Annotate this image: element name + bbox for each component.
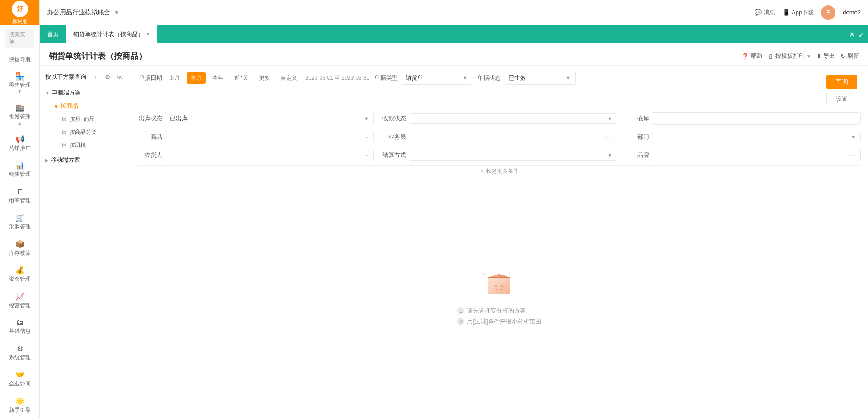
sidebar-item-marketing[interactable]: 📢 营销推广 <box>0 130 39 157</box>
empty-illustration: ✦ ✦ ✦ <box>476 265 522 301</box>
avatar-text: E <box>826 9 830 16</box>
more-btn[interactable]: 更多 <box>255 72 274 84</box>
salesperson-select[interactable]: ··· <box>409 131 618 143</box>
scheme-subitem-month-product[interactable]: 目 按月+商品 <box>40 113 130 126</box>
brand-label: 品牌 <box>624 151 649 159</box>
page-title: 销货单统计计表（按商品） <box>49 51 146 62</box>
salesperson-cell: 业务员 ··· <box>381 131 618 143</box>
message-label: 消息 <box>764 9 775 17</box>
home-tab-label: 首页 <box>47 30 59 38</box>
this-year-btn[interactable]: 本年 <box>208 72 227 84</box>
export-btn[interactable]: ⬇ 导出 <box>816 52 835 60</box>
sidebar-item-operations[interactable]: 📈 经营管理 <box>0 288 39 314</box>
sidebar-item-sales[interactable]: 📊 销售管理 <box>0 157 39 183</box>
quick-nav[interactable]: 快捷导航 <box>0 52 39 67</box>
last7-btn[interactable]: 近7天 <box>230 72 252 84</box>
product-select[interactable]: ··· <box>165 131 374 143</box>
sidebar-item-system[interactable]: ⚙ 系统管理 <box>0 340 39 366</box>
svg-text:✦: ✦ <box>509 271 510 274</box>
scheme-group-desktop-header[interactable]: ▼ 电脑端方案 <box>40 86 130 99</box>
export-label: 导出 <box>823 52 835 60</box>
help-icon: ❓ <box>741 53 749 60</box>
mobile-group-arrow: ▶ <box>45 158 49 163</box>
filter-area: 单据日期 上月 本月 本年 近7天 更多 自定义 2023-03-01 至 20… <box>130 66 868 177</box>
data-area: ✦ ✦ ✦ 1 请先选择要分析的方案 2 用[过滤]条件来缩小分析范围 <box>130 177 868 413</box>
sidebar-item-purchase[interactable]: 🛒 采购管理 <box>0 209 39 235</box>
retail-arrow: ▼ <box>18 89 22 94</box>
bill-type-select[interactable]: 销货单 ▼ <box>401 71 472 85</box>
salesperson-label: 业务员 <box>381 133 406 141</box>
page-header: 销货单统计计表（按商品） ❓ 帮助 🖨 按模板打印 ▼ ⬇ 导出 ↻ 刷新 <box>40 43 868 66</box>
by-product-icon: ● <box>54 102 58 109</box>
search-input-fake[interactable]: 搜索菜单 <box>5 29 34 48</box>
tab-maximize[interactable]: ⤢ <box>859 30 864 39</box>
page-content: 销货单统计计表（按商品） ❓ 帮助 🖨 按模板打印 ▼ ⬇ 导出 ↻ 刷新 <box>40 43 868 418</box>
refresh-icon: ↻ <box>840 53 845 60</box>
warehouse-select[interactable]: ··· <box>652 112 861 125</box>
last-month-btn[interactable]: 上月 <box>165 72 184 84</box>
query-btn[interactable]: 查询 <box>826 75 857 89</box>
scheme-subitem-driver[interactable]: 目 按司机 <box>40 139 130 152</box>
scheme-settings-btn[interactable]: ⚙ <box>103 72 113 82</box>
system-icon: ⚙ <box>17 344 23 353</box>
search-area[interactable]: 搜索菜单 <box>0 25 39 52</box>
search-label: 搜索菜单 <box>9 31 25 45</box>
help-label: 帮助 <box>750 52 762 60</box>
scheme-subitem-category[interactable]: 目 按商品分类 <box>40 126 130 139</box>
tab-home[interactable]: 首页 <box>40 25 66 43</box>
bill-status-select[interactable]: 已生效 ▼ <box>504 71 576 85</box>
this-month-btn[interactable]: 本月 <box>187 72 206 84</box>
scheme-group-mobile-header[interactable]: ▶ 移动端方案 <box>40 154 130 166</box>
setting-btn[interactable]: 设置 <box>826 92 857 106</box>
sidebar-item-retail[interactable]: 🏪 零售管理 ▼ <box>0 67 39 99</box>
sidebar-item-agreement[interactable]: 🤝 企业协同 <box>0 366 39 392</box>
app-download-btn[interactable]: 📱 App下载 <box>783 9 814 17</box>
filter-row-1-left: 单据日期 上月 本月 本年 近7天 更多 自定义 2023-03-01 至 20… <box>137 71 826 85</box>
date-range-display: 2023-03-01 至 2023-03-31 <box>306 74 369 82</box>
marketing-icon: 📢 <box>15 135 24 143</box>
tab-close-icon[interactable]: × <box>146 31 150 38</box>
tab-close-window[interactable]: ✕ <box>849 30 855 39</box>
bill-type-arrow: ▼ <box>462 75 467 81</box>
scheme-panel-actions: + ⚙ ≪ <box>91 72 124 82</box>
sidebar-item-inventory[interactable]: 📦 库存核算 <box>0 235 39 261</box>
filter-row-1: 单据日期 上月 本月 本年 近7天 更多 自定义 2023-03-01 至 20… <box>137 71 861 106</box>
tabbar: 首页 销货单统计计表（按商品） × ✕ ⤢ <box>40 25 868 43</box>
settlement-select[interactable]: ▼ <box>409 150 618 161</box>
refresh-btn[interactable]: ↻ 刷新 <box>840 52 859 60</box>
logo[interactable]: 好 标账版 <box>0 0 39 25</box>
tab-active[interactable]: 销货单统计计表（按商品） × <box>66 25 157 43</box>
sidebar-item-basics[interactable]: 🗂 基础信息 <box>0 314 39 340</box>
content-layout: 按以下方案查询 + ⚙ ≪ ▼ 电脑端方案 ● 按商品 <box>40 66 868 413</box>
by-product-label: 按商品 <box>61 102 78 110</box>
print-btn[interactable]: 🖨 按模板打印 ▼ <box>768 52 811 60</box>
user-avatar[interactable]: E <box>821 5 835 20</box>
settlement-arrow: ▼ <box>607 152 612 158</box>
sidebar-item-finance[interactable]: 💰 资金管理 <box>0 261 39 288</box>
help-btn[interactable]: ❓ 帮助 <box>741 52 762 60</box>
receiver-select[interactable]: ··· <box>165 149 374 162</box>
topbar-dropdown-icon[interactable]: ▼ <box>114 10 119 16</box>
message-btn[interactable]: 💬 消息 <box>755 9 775 17</box>
svg-text:✦: ✦ <box>482 272 485 276</box>
finance-icon: 💰 <box>15 266 24 275</box>
scheme-collapse-btn[interactable]: ≪ <box>114 72 124 82</box>
sales-icon: 📊 <box>15 161 24 170</box>
scheme-group-mobile: ▶ 移动端方案 <box>40 154 130 166</box>
bill-status-arrow: ▼ <box>566 75 571 81</box>
out-status-cell: 出库状态 已出库 ▼ <box>137 112 374 125</box>
receiver-dots: ··· <box>362 152 369 159</box>
receipt-status-select[interactable]: ▼ <box>409 113 618 124</box>
scheme-add-btn[interactable]: + <box>91 72 101 82</box>
department-select[interactable]: ▼ <box>652 132 861 142</box>
out-status-select[interactable]: 已出库 ▼ <box>165 112 374 125</box>
sidebar-item-newbie[interactable]: 🌟 新手引导 <box>0 392 39 418</box>
collapse-bar[interactable]: ∧ 收起更多条件 <box>137 165 861 177</box>
product-cell: 商品 ··· <box>137 131 374 143</box>
sidebar-item-ecommerce[interactable]: 🖥 电商管理 <box>0 183 39 209</box>
print-arrow: ▼ <box>807 54 811 59</box>
scheme-item-by-product[interactable]: ● 按商品 <box>40 99 130 113</box>
sidebar-item-wholesale[interactable]: 🏬 批发管理 ▲ <box>0 99 39 130</box>
brand-select[interactable]: ··· <box>652 149 861 162</box>
custom-btn[interactable]: 自定义 <box>277 72 301 84</box>
